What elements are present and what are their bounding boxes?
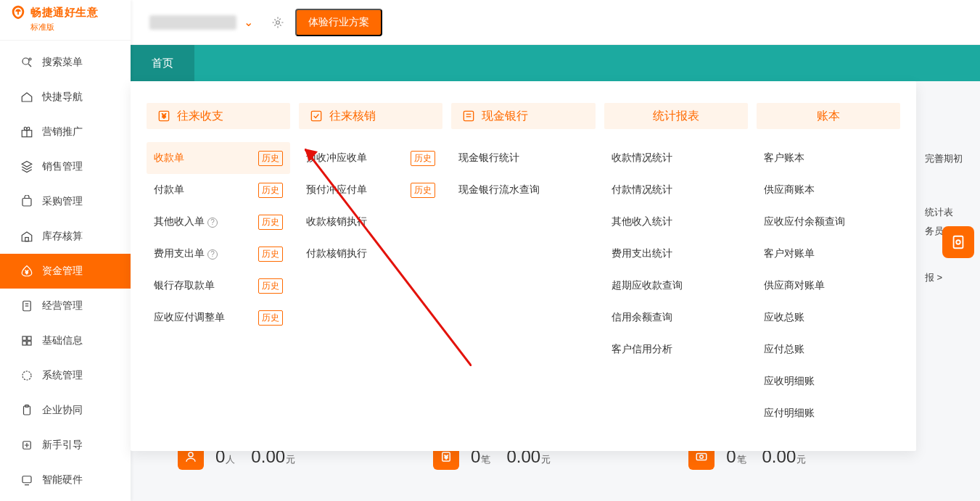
menu-item[interactable]: 银行存取款单历史 xyxy=(147,270,290,302)
svg-text:¥: ¥ xyxy=(161,112,166,120)
history-badge[interactable]: 历史 xyxy=(258,278,283,294)
menu-item[interactable]: 应付明细账 xyxy=(757,397,900,429)
history-badge[interactable]: 历史 xyxy=(258,310,283,326)
menu-item[interactable]: 现金银行流水查询 xyxy=(451,174,595,206)
sidebar-item-funds[interactable]: ¥资金管理 xyxy=(0,254,131,289)
menu-item[interactable]: 付款核销执行 xyxy=(299,238,442,270)
menu-item[interactable]: 其他收入统计 xyxy=(604,206,748,238)
menu-item-label: 应收总账 xyxy=(764,311,804,324)
tag-icon xyxy=(20,160,33,173)
menu-item[interactable]: 付款单历史 xyxy=(147,174,290,206)
svg-rect-6 xyxy=(25,238,29,241)
menu-item-label: 付款单 xyxy=(154,183,184,196)
gear-icon xyxy=(271,16,284,29)
money-bag-icon: ¥ xyxy=(20,265,33,278)
svg-rect-35 xyxy=(696,454,707,460)
menu-item[interactable]: 应收明细账 xyxy=(757,365,900,397)
sidebar-item-purchase[interactable]: 采购管理 xyxy=(0,184,131,219)
sidebar-item-label: 系统管理 xyxy=(42,369,83,382)
sidebar-item-label: 智能硬件 xyxy=(42,473,83,486)
sidebar-item-quicknav[interactable]: 快捷导航 xyxy=(0,80,131,115)
menu-item[interactable]: 收款单历史 xyxy=(147,142,290,174)
menu-item-label: 收款情况统计 xyxy=(612,152,672,165)
history-badge[interactable]: 历史 xyxy=(258,247,283,262)
history-badge[interactable]: 历史 xyxy=(258,183,283,198)
svg-rect-19 xyxy=(22,476,31,483)
column-header: 现金银行 xyxy=(451,103,595,129)
history-badge[interactable]: 历史 xyxy=(411,183,435,198)
mega-column: 账本客户账本供应商账本应收应付余额查询客户对账单供应商对账单应收总账应付总账应收… xyxy=(757,103,900,429)
menu-item[interactable]: 客户信用分析 xyxy=(604,334,748,365)
sidebar-item-guide[interactable]: 新手引导 xyxy=(0,428,131,463)
column-header: 账本 xyxy=(757,103,900,129)
top-header: ⌄ 体验行业方案 xyxy=(131,0,980,45)
svg-point-36 xyxy=(700,455,704,459)
svg-rect-24 xyxy=(312,111,321,120)
sidebar-item-marketing[interactable]: 营销推广 xyxy=(0,115,131,149)
column-header: ¥往来收支 xyxy=(147,103,290,129)
sidebar-item-operation[interactable]: 经营管理 xyxy=(0,289,131,323)
sidebar-item-collab[interactable]: 企业协同 xyxy=(0,393,131,428)
edition-badge: 标准版 xyxy=(30,22,120,33)
mega-menu: ¥往来收支收款单历史付款单历史其他收入单?历史费用支出单?历史银行存取款单历史应… xyxy=(131,81,916,451)
sidebar-item-sales[interactable]: 销售管理 xyxy=(0,149,131,184)
menu-item[interactable]: 应收应付调整单历史 xyxy=(147,302,290,334)
help-icon: ? xyxy=(207,218,218,228)
tab-home[interactable]: 首页 xyxy=(131,45,194,81)
menu-item-label: 客户账本 xyxy=(764,152,804,165)
menu-item-label: 供应商账本 xyxy=(764,183,815,196)
edge-text-1: 完善期初 xyxy=(916,146,980,171)
menu-item[interactable]: 收款情况统计 xyxy=(604,142,748,174)
history-badge[interactable]: 历史 xyxy=(411,151,435,166)
svg-point-0 xyxy=(22,58,29,65)
sidebar-item-basic[interactable]: 基础信息 xyxy=(0,323,131,358)
menu-item[interactable]: 信用余额查询 xyxy=(604,302,748,334)
sidebar-item-system[interactable]: 系统管理 xyxy=(0,358,131,393)
svg-point-32 xyxy=(189,452,193,457)
menu-item-label: 应付明细账 xyxy=(764,407,815,420)
menu-item[interactable]: 客户账本 xyxy=(757,142,900,174)
menu-item[interactable]: 应收应付余额查询 xyxy=(757,206,900,238)
sidebar-item-label: 快捷导航 xyxy=(42,91,83,104)
menu-item-label: 现金银行流水查询 xyxy=(458,183,540,196)
menu-item-label: 现金银行统计 xyxy=(458,152,519,165)
menu-item[interactable]: 供应商对账单 xyxy=(757,270,900,302)
menu-item-label: 超期应收款查询 xyxy=(612,279,683,292)
menu-item[interactable]: 预付冲应付单历史 xyxy=(299,174,442,206)
menu-item[interactable]: 现金银行统计 xyxy=(451,142,595,174)
sidebar-item-inventory[interactable]: 库存核算 xyxy=(0,219,131,254)
history-badge[interactable]: 历史 xyxy=(258,151,283,166)
settings-button[interactable] xyxy=(268,12,288,33)
business-selector[interactable]: ⌄ xyxy=(142,12,260,33)
menu-item[interactable]: 收款核销执行 xyxy=(299,206,442,238)
menu-item[interactable]: 应付总账 xyxy=(757,334,900,365)
edge-badge[interactable] xyxy=(942,226,974,258)
menu-item[interactable]: 费用支出单?历史 xyxy=(147,238,290,270)
tabs-bar: 首页 xyxy=(131,45,980,81)
sidebar-item-label: 经营管理 xyxy=(42,299,83,312)
menu-item-label: 其他收入统计 xyxy=(612,215,672,228)
sidebar: 畅捷通好生意 标准版 搜索菜单 快捷导航 营销推广 销售管理 采购管理 库存核算… xyxy=(0,0,131,501)
sidebar-item-label: 基础信息 xyxy=(42,334,83,347)
sidebar-item-label: 营销推广 xyxy=(42,125,83,138)
sidebar-item-hardware[interactable]: 智能硬件 xyxy=(0,463,131,497)
menu-item[interactable]: 付款情况统计 xyxy=(604,174,748,206)
menu-item-label: 应收应付调整单 xyxy=(154,311,225,324)
history-badge[interactable]: 历史 xyxy=(258,215,283,230)
menu-item[interactable]: 其他收入单?历史 xyxy=(147,206,290,238)
menu-item[interactable]: 客户对账单 xyxy=(757,238,900,270)
logo-area: 畅捷通好生意 标准版 xyxy=(0,0,131,41)
menu-item[interactable]: 费用支出统计 xyxy=(604,238,748,270)
menu-item[interactable]: 供应商账本 xyxy=(757,174,900,206)
edge-text-3: 报 > xyxy=(916,265,980,290)
cta-button[interactable]: 体验行业方案 xyxy=(295,9,382,36)
sidebar-item-search[interactable]: 搜索菜单 xyxy=(0,45,131,80)
menu-item-label: 应收应付余额查询 xyxy=(764,215,845,228)
menu-item[interactable]: 应收总账 xyxy=(757,302,900,334)
menu-item[interactable]: 超期应收款查询 xyxy=(604,270,748,302)
menu-item[interactable]: 预收冲应收单历史 xyxy=(299,142,442,174)
svg-rect-5 xyxy=(22,199,31,207)
doc-icon xyxy=(950,234,966,250)
svg-line-1 xyxy=(28,64,31,67)
sidebar-item-label: 新手引导 xyxy=(42,439,83,452)
